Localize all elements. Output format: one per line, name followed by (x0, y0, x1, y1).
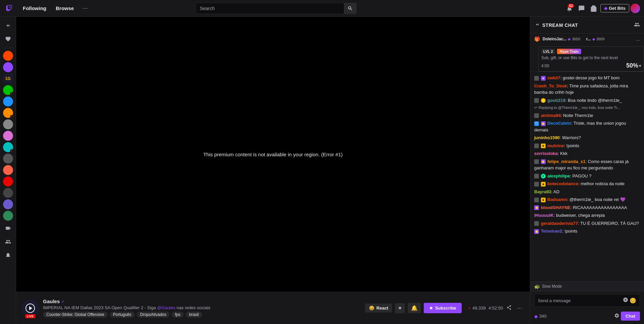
sidebar-item-channel-1[interactable] (3, 51, 13, 61)
sidebar-following-icon[interactable] (2, 33, 14, 45)
user-avatar-nav[interactable] (631, 4, 640, 13)
chat-message-13: ★ Badsamn: @therm1te_ boa noite rei 💜 (534, 196, 640, 203)
search-button[interactable] (344, 3, 357, 14)
chat-send-button[interactable]: Chat (621, 312, 640, 321)
badge-gouti-2: ⭐ (541, 98, 546, 103)
sidebar-item-channel-7[interactable] (3, 131, 13, 141)
msg-text-17: : !points (562, 229, 578, 234)
chat-message-5: 🛡 ⭐ DecoCalvin: Triste, mas the union jo… (534, 120, 640, 133)
more-nav-button[interactable]: ··· (80, 3, 90, 13)
tag-language[interactable]: Português (110, 312, 135, 318)
sidebar-item-channel-3[interactable] (3, 85, 13, 95)
more-options-button[interactable]: ⋯ (515, 303, 524, 313)
verified-icon: ✓ (61, 299, 65, 304)
sidebar-bell-icon[interactable] (2, 249, 14, 261)
participant-2-bits: 3609 (596, 37, 604, 41)
username-geraldo[interactable]: geraldaoderivia77 (541, 221, 578, 226)
sidebar-item-channel-8[interactable] (3, 142, 13, 152)
username-teixeira[interactable]: Teixeirao2 (541, 229, 562, 234)
username-zwkii[interactable]: zwkii7 (547, 75, 560, 80)
twitch-logo[interactable] (4, 3, 14, 13)
chat-message-1: ★ zwkii7: gostei desse jogo foi MT bom (534, 75, 640, 81)
messages-button[interactable] (576, 3, 587, 14)
stream-title-text: IMPERIAL NA IEM Dallas 2023 SA Open Qual… (43, 305, 157, 310)
sidebar-item-channel-14[interactable] (3, 211, 13, 221)
share-button[interactable] (504, 303, 514, 314)
sidebar-item-channel-4[interactable] (3, 96, 13, 107)
badge-teixeira: ⭐ (534, 229, 539, 234)
chat-settings-icon[interactable] (614, 313, 619, 320)
emote-icon[interactable]: 😊 (630, 297, 636, 304)
browse-nav-link[interactable]: Browse (52, 3, 77, 13)
following-nav-link[interactable]: Following (19, 3, 50, 13)
gifts-button[interactable] (588, 3, 599, 14)
chat-message-10: ✦ alexphilipe: PAGOU ? (534, 173, 640, 179)
stream-info-bar: LIVE Gaules ✓ IMPERIAL NA IEM Dallas 202… (16, 292, 530, 324)
live-indicator-3 (10, 149, 13, 152)
username-bayra[interactable]: Bayra93 (534, 189, 551, 194)
sidebar-item-channel-13[interactable] (3, 199, 13, 209)
search-input[interactable] (195, 3, 357, 14)
username-juninho[interactable]: juninho1590 (534, 135, 560, 140)
notifications-button[interactable]: 63 (564, 3, 575, 14)
sidebar-item-16g[interactable]: 1G (3, 74, 13, 84)
participant-1-bits: 3650 (572, 37, 580, 41)
chat-users-icon[interactable] (634, 22, 640, 29)
chat-message-2: Crash_To_Desk: Time pura safadeza, jotta… (534, 83, 640, 96)
chat-message-reply: ↩ Replying to @Therm1te_: vou indo, boa … (534, 105, 640, 111)
accessibility-icon[interactable] (623, 297, 628, 304)
username-crash[interactable]: Crash_To_Desk (534, 83, 567, 88)
hype-train-popup[interactable]: LVL 2 Hype Train Sub, gift, or use Bits … (538, 46, 644, 72)
tag-game[interactable]: Counter-Strike: Global Offensive (43, 312, 108, 318)
username-mulvine[interactable]: mulvine (547, 143, 564, 148)
slow-mode-bar: 🐢 Slow Mode (530, 281, 644, 291)
chat-collapse-icon[interactable] (534, 22, 540, 29)
username-sorri[interactable]: sorrisoloka (534, 151, 558, 156)
heart-button[interactable]: ♥ (395, 303, 405, 313)
tag-drops[interactable]: DropsAtivados (137, 312, 170, 318)
tag-fps[interactable]: fps (172, 312, 184, 318)
username-bad[interactable]: Badsamn (547, 197, 567, 202)
channel-avatar-wrap: LIVE (21, 299, 39, 317)
video-container: This premium content is not available in… (16, 17, 530, 292)
uptime: 4:52:50 (489, 306, 503, 311)
msg-text-7: : !points (564, 143, 579, 148)
username-alex[interactable]: alexphilipe (547, 173, 570, 178)
slow-mode-icon: 🐢 (534, 284, 540, 289)
channel-name[interactable]: Gaules (43, 298, 60, 304)
hype-train-badge: Hype Train (557, 49, 581, 54)
stream-title-link[interactable]: @Gaules (157, 305, 175, 310)
top-navigation: Following Browse ··· 63 ◆ (0, 0, 644, 17)
tag-brasil[interactable]: brasil (186, 312, 202, 318)
msg-text-10: : PAGOU ? (570, 173, 591, 178)
username-gouti[interactable]: gouti219 (547, 98, 565, 103)
msg-text-6: : Warriors? (560, 135, 581, 140)
username-ihu[interactable]: iHuuuulK (534, 213, 554, 218)
sidebar-item-channel-6[interactable] (3, 119, 13, 129)
notify-button[interactable]: 🔔 (408, 303, 421, 313)
sidebar-camera-icon[interactable] (2, 222, 14, 234)
sidebar-item-channel-12[interactable] (3, 188, 13, 198)
sidebar-item-channel-11[interactable] (3, 176, 13, 187)
chat-message-7: ★ mulvine: !points (534, 143, 640, 149)
username-boteco[interactable]: botecodolance (547, 181, 578, 186)
username-blood[interactable]: bloodSHAYNE (541, 205, 570, 210)
chat-input-icons: 😊 (623, 297, 636, 304)
sidebar-group-icon[interactable] (2, 236, 14, 248)
sidebar-item-channel-9[interactable] (3, 154, 13, 164)
subscribe-button[interactable]: ★ Subscribe (424, 303, 462, 313)
stream-actions: 😀 React ♥ 🔔 ★ Subscribe ● 49,339 4:52:50 (365, 303, 524, 314)
bits-icon-1: ◆ (568, 37, 570, 41)
chat-input-placeholder[interactable]: Send a message (538, 298, 623, 303)
sidebar-item-channel-10[interactable] (3, 165, 13, 175)
username-alnlima[interactable]: alnlima94 (541, 113, 561, 118)
get-bits-button[interactable]: ◆ Get Bits (600, 4, 629, 12)
reply-icon: ↩ (534, 105, 537, 111)
username-deco[interactable]: DecoCalvin (547, 121, 571, 126)
sidebar-item-channel-5[interactable] (3, 108, 13, 118)
sidebar-collapse-button[interactable] (2, 19, 14, 32)
username-felipe[interactable]: felipe_miranda_s1 (547, 159, 585, 164)
chat-footer: ◆ 340 Chat (530, 310, 644, 324)
sidebar-item-channel-2[interactable] (3, 62, 13, 72)
react-button[interactable]: 😀 React (365, 303, 392, 313)
